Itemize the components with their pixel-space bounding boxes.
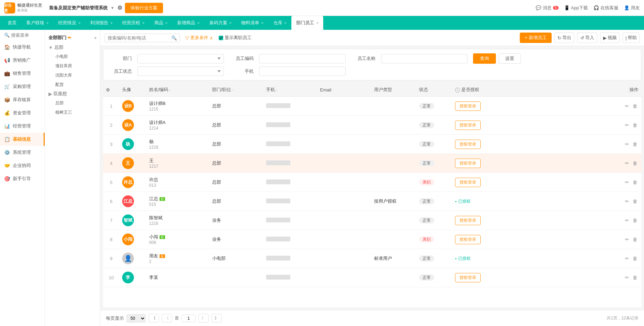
dept-item-project[interactable]: 项目库房 (45, 61, 100, 71)
message-button[interactable]: 💬 消息 5 (536, 5, 559, 11)
employee-name-input[interactable] (381, 54, 468, 63)
close-icon[interactable]: × (46, 21, 48, 25)
tab-bom[interactable]: 物料清单× (236, 16, 268, 30)
sidebar-item-system[interactable]: ⚙️系统管理 (0, 146, 45, 159)
dept-group-head[interactable]: ▼ 总部 (45, 43, 100, 52)
auth-login-button[interactable]: 授权登录 (455, 235, 481, 244)
sidebar-search-input[interactable] (11, 33, 45, 38)
add-employee-button[interactable]: + 新增员工 (520, 33, 551, 43)
close-icon[interactable]: × (142, 21, 144, 25)
dept-item-xiaodian[interactable]: 小电部 (45, 52, 100, 61)
auth-login-button[interactable]: 授权登录 (455, 273, 481, 282)
delete-button[interactable]: 🗑 (632, 199, 638, 204)
export-button[interactable]: ↻ 导出 (554, 33, 574, 43)
close-icon[interactable]: × (316, 21, 318, 25)
sidebar-item-sales[interactable]: 💼销售管理 (0, 67, 45, 80)
col-settings[interactable]: ⚙ (103, 83, 119, 97)
edit-button[interactable]: ✏ (624, 275, 630, 280)
tab-customer[interactable]: 客户联络× (21, 16, 53, 30)
close-icon[interactable]: × (165, 21, 167, 25)
delete-button[interactable]: 🗑 (632, 103, 638, 109)
close-icon[interactable]: × (284, 21, 287, 25)
delete-button[interactable]: 🗑 (632, 256, 638, 261)
delete-button[interactable]: 🗑 (632, 218, 638, 223)
dept-collapse-icon[interactable]: « (94, 35, 97, 40)
sidebar-item-purchase[interactable]: 🛒采购管理 (0, 80, 45, 93)
edit-button[interactable]: ✏ (624, 237, 630, 242)
dept-edit-icon[interactable]: ✏ (68, 35, 71, 40)
search-input[interactable] (108, 35, 170, 41)
auth-login-button[interactable]: 授权登录 (455, 121, 481, 130)
sidebar-item-basic[interactable]: 📋基础信息 (0, 133, 45, 146)
close-icon[interactable]: × (197, 21, 199, 25)
sidebar-item-marketing[interactable]: 📢营销推广 (0, 54, 45, 67)
sidebar-item-quicknav[interactable]: 🏠快捷导航 (0, 41, 45, 54)
dept-item-peihuo[interactable]: 配货 (45, 80, 100, 89)
sidebar-item-management[interactable]: 📊经营管理 (0, 120, 45, 133)
sidebar-item-inventory[interactable]: 📦库存核算 (0, 93, 45, 106)
tab-add-goods[interactable]: 新增商品× (172, 16, 204, 30)
dept-item-zongbu[interactable]: 总部 (45, 98, 100, 108)
help-button[interactable]: | 帮助 (623, 33, 640, 43)
auth-login-button[interactable]: 授权登录 (455, 159, 481, 168)
tab-barcode[interactable]: 条码方案× (205, 16, 236, 30)
sidebar-item-guide[interactable]: 🎯新手引导 (0, 172, 45, 185)
query-button[interactable]: 查询 (473, 53, 496, 64)
edit-button[interactable]: ✏ (624, 179, 630, 185)
tab-home[interactable]: 首页 (3, 16, 21, 30)
close-icon[interactable]: × (110, 21, 112, 25)
edit-button[interactable]: ✏ (624, 103, 630, 109)
app-download-button[interactable]: 📱 App下载 (564, 5, 588, 11)
gear-icon[interactable]: ⚙ (117, 5, 122, 11)
delete-button[interactable]: 🗑 (632, 141, 638, 147)
tab-operation[interactable]: 经营情况× (53, 16, 85, 30)
auth-login-button[interactable]: 授权登录 (455, 102, 481, 111)
edit-button[interactable]: ✏ (624, 256, 630, 261)
col-dept[interactable]: 部门/职位 (209, 83, 263, 97)
tab-history[interactable]: 经营历程× (117, 16, 149, 30)
dept-item-zhishu[interactable]: 植树王三 (45, 108, 100, 117)
tab-department[interactable]: 部门员工× (291, 16, 323, 30)
search-submit-icon[interactable]: 🔍 (171, 35, 177, 41)
dept-filter-select[interactable] (137, 54, 224, 63)
delete-button[interactable]: 🗑 (632, 160, 638, 166)
first-page-button[interactable]: 《 (148, 314, 159, 323)
status-filter-select[interactable] (137, 67, 224, 76)
dept-item-shenyang[interactable]: 沈阳大库 (45, 71, 100, 80)
experience-button[interactable]: 体验行业方案 (125, 3, 163, 13)
last-page-button[interactable]: 》 (211, 314, 222, 323)
show-former-checkbox[interactable] (219, 36, 223, 40)
col-name[interactable]: 姓名/编码 (146, 83, 209, 97)
user-menu[interactable]: 👤 用友 (624, 5, 640, 11)
edit-button[interactable]: ✏ (624, 122, 630, 128)
edit-button[interactable]: ✏ (624, 199, 630, 204)
tab-profit[interactable]: 利润报告× (85, 16, 117, 30)
tab-goods[interactable]: 商品× (149, 16, 172, 30)
phone-filter-input[interactable] (259, 67, 346, 76)
employee-code-input[interactable] (259, 54, 346, 63)
close-icon[interactable]: × (261, 21, 263, 25)
delete-button[interactable]: 🗑 (632, 275, 638, 280)
dept-group-shuangzuo[interactable]: ▶ 双座想 (45, 89, 100, 98)
view-button[interactable]: ▶ 视频 (600, 33, 620, 43)
auth-login-button[interactable]: 授权登录 (455, 178, 481, 187)
delete-button[interactable]: 🗑 (632, 179, 638, 185)
auth-login-button[interactable]: 授权登录 (455, 216, 481, 225)
edit-button[interactable]: ✏ (624, 160, 630, 166)
sidebar-item-collab[interactable]: 🤝企业协同 (0, 159, 45, 172)
reset-button[interactable]: 设置 (499, 53, 521, 64)
tab-warehouse[interactable]: 仓库× (269, 16, 291, 30)
col-phone[interactable]: 手机 (263, 83, 317, 97)
close-icon[interactable]: × (78, 21, 80, 25)
edit-button[interactable]: ✏ (624, 218, 630, 223)
delete-button[interactable]: 🗑 (632, 237, 638, 242)
edit-button[interactable]: ✏ (624, 141, 630, 147)
sidebar-item-finance[interactable]: 💰资金管理 (0, 106, 45, 120)
auth-login-button[interactable]: 授权登录 (455, 140, 481, 149)
page-number-input[interactable] (182, 315, 196, 322)
close-icon[interactable]: × (229, 21, 232, 25)
dropdown-icon[interactable]: ▼ (110, 6, 115, 10)
delete-button[interactable]: 🗑 (632, 122, 638, 128)
more-filter-button[interactable]: ▽ 更多条件 ∧ (183, 33, 216, 42)
prev-page-button[interactable]: 〈 (162, 314, 172, 323)
